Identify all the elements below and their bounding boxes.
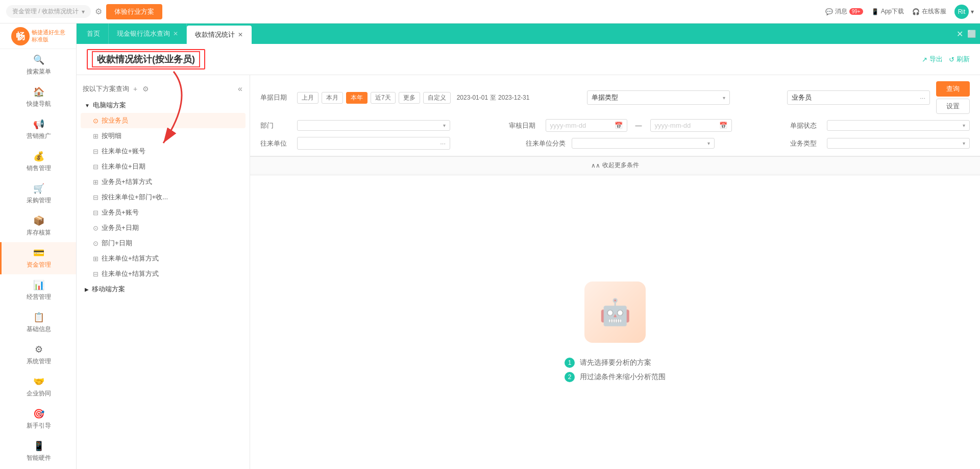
scheme-item-salesman-account[interactable]: ⊟ 业务员+账号 (81, 205, 246, 220)
sidebar-item-quicknav[interactable]: 🏠 快捷导航 (0, 81, 76, 113)
add-scheme-button[interactable]: + (132, 84, 138, 94)
sidebar-item-guide[interactable]: 🎯 新手引导 (0, 403, 76, 435)
export-icon: ↗ (922, 56, 927, 63)
scheme-item-by-counterparty-dept[interactable]: ⊟ 按往来单位+部门+收... (81, 190, 246, 205)
filter-row-2: 部门 ▾ 审核日期 yyyy-mm-dd 📅 — (260, 119, 970, 132)
online-service-area[interactable]: 🎧 在线客服 (912, 7, 946, 16)
date-from-value: 2023-01-01 (457, 94, 488, 101)
salesman-select[interactable]: 业务员 ··· (787, 90, 930, 105)
dept-label: 部门 (260, 121, 291, 130)
tab-receipts-close[interactable]: ✕ (238, 31, 243, 38)
tab-home[interactable]: 首页 (77, 24, 109, 44)
date-btn-custom[interactable]: 自定义 (423, 92, 451, 104)
content-area: 首页 现金银行流水查询 ✕ 收款情况统计 ✕ ✕ ⬜ (77, 24, 980, 469)
counterparty-select[interactable]: ··· (297, 137, 450, 150)
scheme-icon: ⊞ (93, 178, 99, 186)
marketing-icon: 📢 (33, 119, 44, 130)
panel-collapse-button[interactable]: « (237, 83, 243, 95)
sidebar-item-enterprise[interactable]: 🤝 企业协同 (0, 371, 76, 403)
page-title-box: 收款情况统计(按业务员) (87, 49, 205, 69)
tab-bank-close[interactable]: ✕ (173, 30, 178, 37)
app-download-area[interactable]: 📱 App下载 (871, 7, 904, 16)
sidebar-item-sales[interactable]: 💰 销售管理 (0, 146, 76, 178)
scheme-settings-button[interactable]: ⚙ (141, 84, 150, 94)
query-button[interactable]: 查询 (936, 81, 970, 97)
page-actions: ↗ 导出 ↺ 刷新 (922, 55, 970, 64)
sidebar-item-inventory[interactable]: 📦 库存核算 (0, 210, 76, 242)
scheme-active-icon: ⊙ (93, 117, 99, 125)
tab-bank[interactable]: 现金银行流水查询 ✕ (109, 24, 187, 44)
messages-area[interactable]: 💬 消息 99+ (825, 7, 863, 16)
calendar-icon[interactable]: 📅 (615, 122, 623, 129)
guide-icon: 🎯 (33, 408, 44, 419)
date-btn-this-year[interactable]: 本年 (346, 92, 368, 104)
review-date-from[interactable]: yyyy-mm-dd 📅 (546, 119, 627, 132)
sidebar-item-finance[interactable]: 💳 资金管理 (0, 242, 76, 274)
top-bar: 资金管理 / 收款情况统计 ▾ ⚙ 体验行业方案 💬 消息 99+ 📱 App下… (0, 0, 980, 24)
scheme-icon: ⊟ (93, 209, 99, 217)
page-header: 收款情况统计(按业务员) ↗ 导出 ↺ 刷新 (77, 44, 980, 75)
sidebar-item-operations[interactable]: 📊 经营管理 (0, 274, 76, 307)
breadcrumb: 资金管理 / 收款情况统计 ▾ (6, 5, 91, 18)
calendar-icon-2[interactable]: 📅 (719, 122, 727, 129)
salesman-ellipsis[interactable]: ··· (920, 94, 925, 102)
scheme-item-by-detail[interactable]: ⊞ 按明细 (81, 128, 246, 144)
sidebar-item-purchase[interactable]: 🛒 采购管理 (0, 178, 76, 210)
business-type-label: 业务类型 (790, 139, 821, 148)
date-btn-last-month[interactable]: 上月 (297, 92, 318, 104)
mobile-group-title[interactable]: ▶ 移动端方案 (81, 282, 246, 297)
purchase-icon: 🛒 (33, 183, 44, 194)
trial-button[interactable]: 体验行业方案 (106, 4, 162, 19)
sidebar-item-hardware[interactable]: 📱 智能硬件 (0, 435, 76, 467)
scheme-item-counterparty-settlement1[interactable]: ⊞ 往来单位+结算方式 (81, 251, 246, 266)
counterparty-label: 往来单位 (260, 139, 291, 148)
window-close-btn[interactable]: ✕ (957, 29, 963, 39)
counterparty-category-select[interactable]: ▾ (572, 138, 715, 149)
desktop-scheme-group: ▼ 电脑端方案 ⊙ 按业务员 ⊞ 按明细 ⊟ 往 (77, 98, 250, 282)
scheme-item-salesman-settlement[interactable]: ⊞ 业务员+结算方式 (81, 174, 246, 190)
voucher-status-chevron: ▾ (963, 123, 965, 128)
export-button[interactable]: ↗ 导出 (922, 55, 943, 64)
sidebar-item-basic[interactable]: 📋 基础信息 (0, 307, 76, 339)
sidebar-item-system[interactable]: ⚙ 系统管理 (0, 339, 76, 371)
sidebar-item-marketing[interactable]: 📢 营销推广 (0, 113, 76, 146)
scheme-item-by-salesman[interactable]: ⊙ 按业务员 (81, 113, 246, 128)
empty-state: 🤖 1 请先选择要分析的方案 2 用过滤条件来缩小分析范围 (250, 176, 980, 469)
scheme-item-counterparty-account[interactable]: ⊟ 往来单位+账号 (81, 144, 246, 159)
scheme-item-dept-date[interactable]: ⊙ 部门+日期 (81, 236, 246, 251)
voucher-status-select[interactable]: ▾ (827, 120, 970, 131)
scheme-icon: ⊙ (93, 224, 99, 232)
sidebar-item-search[interactable]: 🔍 搜索菜单 (0, 49, 76, 81)
dept-chevron: ▾ (443, 123, 446, 128)
settings-icon[interactable]: ⚙ (95, 7, 102, 16)
counterparty-category-label: 往来单位分类 (526, 139, 566, 148)
hardware-icon: 📱 (33, 440, 44, 452)
voucher-type-select[interactable]: 单据类型 ▾ (587, 90, 730, 105)
date-btn-this-month[interactable]: 本月 (322, 92, 343, 104)
date-btn-7days[interactable]: 近7天 (371, 92, 396, 104)
date-btn-more[interactable]: 更多 (399, 92, 420, 104)
refresh-icon: ↺ (949, 56, 954, 63)
filter-row-1: 单据日期 上月 本月 本年 近7天 更多 自定义 2023-01-01 (260, 81, 970, 114)
window-maximize-btn[interactable]: ⬜ (967, 30, 976, 38)
dept-select[interactable]: ▾ (297, 120, 450, 131)
enterprise-icon: 🤝 (33, 376, 44, 387)
tab-receipts[interactable]: 收款情况统计 ✕ (187, 26, 252, 44)
scheme-item-counterparty-settlement2[interactable]: ⊟ 往来单位+结算方式 (81, 266, 246, 282)
desktop-group-title[interactable]: ▼ 电脑端方案 (81, 98, 246, 113)
dropdown-icon[interactable]: ▾ (82, 8, 85, 15)
refresh-button[interactable]: ↺ 刷新 (949, 55, 970, 64)
user-area[interactable]: Rit ▾ (954, 5, 974, 19)
scheme-item-counterparty-date[interactable]: ⊟ 往来单位+日期 (81, 159, 246, 174)
counterparty-ellipsis[interactable]: ··· (440, 139, 446, 147)
workspace: 按以下方案查询 + ⚙ « ▼ 电脑端方案 ⊙ 按业务员 (77, 75, 980, 469)
column-settings-button[interactable]: 设置 (936, 99, 970, 114)
search-icon: 🔍 (33, 54, 44, 65)
review-date-to[interactable]: yyyy-mm-dd 📅 (650, 119, 732, 132)
business-type-select[interactable]: ▾ (827, 138, 970, 149)
scheme-icon: ⊞ (93, 255, 99, 263)
collapse-bar[interactable]: ∧∧ 收起更多条件 (250, 156, 980, 174)
scheme-item-salesman-date[interactable]: ⊙ 业务员+日期 (81, 220, 246, 236)
business-type-chevron: ▾ (963, 140, 965, 146)
group-toggle-icon: ▼ (85, 103, 90, 108)
